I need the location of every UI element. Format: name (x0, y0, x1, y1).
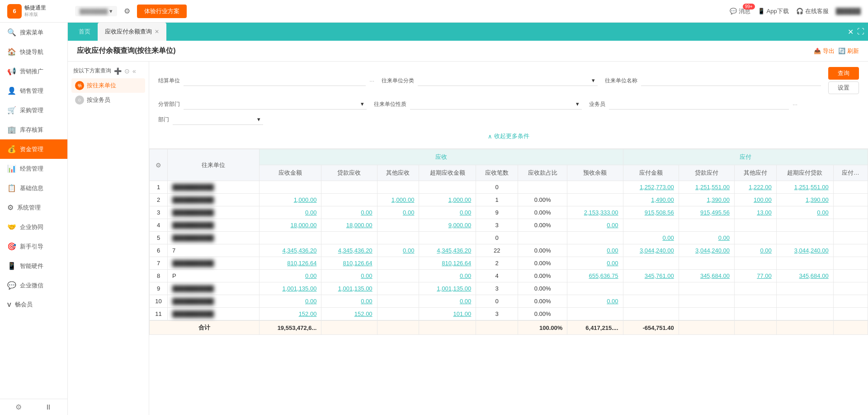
ap_loan-cell: 915,495.56 (679, 206, 734, 219)
online-service-btn[interactable]: 🎧 在线客服 (796, 7, 829, 15)
ap_amount-cell (623, 295, 679, 308)
ap_amount-cell (623, 308, 679, 321)
ar_overdue-cell (419, 181, 476, 194)
sidebar-settings-icon[interactable]: ⚙ (15, 403, 22, 411)
ap_loan-cell: 3,044,240.00 (679, 244, 734, 257)
tab-bar: 首页 应收应付余额查询 ✕ ✕ ⛶ (68, 23, 868, 41)
tab-home[interactable]: 首页 (71, 23, 98, 41)
tab-expand-icon[interactable]: ⛶ (857, 28, 864, 36)
partner-cell: ██████████ (168, 232, 259, 244)
sidebar-item-member[interactable]: V 畅会员 (0, 295, 67, 314)
sidebar-item-newbie[interactable]: 🎯 新手引导 (0, 237, 67, 256)
export-button[interactable]: 📤 导出 (814, 47, 835, 55)
message-btn[interactable]: 💬 消息 99+ (730, 7, 750, 15)
footer-ar-prepay: 6,417,215.... (567, 320, 623, 335)
ap_overdue-cell: 0.00 (776, 206, 833, 219)
system-icon: ⚙ (7, 203, 14, 212)
newbie-icon: 🎯 (7, 242, 16, 251)
th-receivable-group: 应收 (259, 149, 623, 165)
ar_loan-cell: 1,001,135.00 (321, 282, 377, 295)
sidebar-item-wechat[interactable]: 💬 企业微信 (0, 276, 67, 295)
sidebar-item-marketing[interactable]: 📢 营销推广 (0, 62, 67, 81)
salesman-input[interactable] (609, 99, 789, 110)
wechat-icon: 💬 (7, 281, 16, 290)
ar_other-cell (377, 270, 419, 282)
sidebar-item-purchase[interactable]: 🛒 采购管理 (0, 100, 67, 120)
ap_more-cell (833, 232, 868, 244)
sidebar-item-search-menu[interactable]: 🔍 搜索菜单 (0, 23, 67, 42)
tab-close-all-icon[interactable]: ✕ (848, 28, 854, 36)
ar_prepay-cell (567, 194, 623, 206)
user-name[interactable]: ██████ (836, 8, 861, 14)
refresh-button[interactable]: 🔄 刷新 (838, 47, 859, 55)
th-partner: 往来单位 (168, 149, 259, 181)
sidebar-item-corp[interactable]: 🤝 企业协同 (0, 217, 67, 237)
table-footer: 合计 19,553,472,6... 100.00% 6,417,215....… (150, 320, 868, 335)
table-row: 9██████████1,001,135.001,001,135.001,001… (150, 282, 868, 295)
settle-unit-more[interactable]: ··· (369, 77, 374, 84)
table-settings-icon[interactable]: ⚙ (156, 162, 161, 169)
ar_overdue-cell (419, 232, 476, 244)
page-title: 应收应付余额查询(按往来单位) (77, 46, 176, 56)
logo-area: 6 畅捷通里 标准版 (7, 4, 75, 19)
query-type-partner[interactable]: 畅 按往来单位 (71, 78, 145, 93)
ap_overdue-cell (776, 282, 833, 295)
dept-select[interactable]: ▾ (173, 114, 263, 125)
sidebar-item-inventory[interactable]: 🏢 库存核算 (0, 120, 67, 139)
ar_other-cell (377, 257, 419, 270)
ar_amount-cell: 0.00 (259, 270, 321, 282)
solution-button[interactable]: 体验行业方案 (137, 5, 187, 18)
filter-row-1: 结算单位 ··· 往来单位分类 ▾ (158, 67, 859, 94)
ap_other-cell (734, 308, 776, 321)
ap_other-cell: 13.00 (734, 206, 776, 219)
sidebar-item-operation[interactable]: 📊 经营管理 (0, 159, 67, 178)
tab-arquery[interactable]: 应收应付余额查询 ✕ (98, 23, 166, 41)
tab-close-icon[interactable]: ✕ (155, 29, 159, 35)
ar_pct-cell: 0.00% (518, 206, 567, 219)
query-button[interactable]: 查询 (828, 67, 859, 80)
add-query-icon[interactable]: ➕ (114, 67, 122, 75)
ar_overdue-cell: 0.00 (419, 270, 476, 282)
collapse-more-btn[interactable]: ∧ 收起更多条件 (158, 129, 859, 143)
ap_other-cell: 1,222.00 (734, 181, 776, 194)
query-type-salesman[interactable]: ⊙ 按业务员 (71, 93, 145, 107)
collapse-query-icon[interactable]: « (132, 67, 136, 75)
ar_other-cell (377, 308, 419, 321)
sidebar-item-quick-nav[interactable]: 🏠 快捷导航 (0, 42, 67, 62)
hardware-icon: 📱 (7, 262, 16, 270)
dept-manage-select[interactable]: ▾ (184, 99, 367, 110)
ap_overdue-cell (776, 295, 833, 308)
sidebar-item-basic[interactable]: 📋 基础信息 (0, 178, 67, 198)
ar_count-cell: 0 (476, 295, 518, 308)
sidebar-collapse-icon[interactable]: ⏸ (45, 403, 52, 411)
settle-unit-input[interactable] (184, 75, 366, 86)
company-selector[interactable]: ████████ ▾ (75, 6, 117, 16)
ar_amount-cell: 0.00 (259, 295, 321, 308)
ar_prepay-cell (567, 181, 623, 194)
partner-category-select[interactable]: ▾ (418, 75, 598, 86)
sidebar-item-finance[interactable]: 💰 资金管理 (0, 139, 67, 159)
topbar-right: 💬 消息 99+ 📱 App下载 🎧 在线客服 ██████ (730, 7, 861, 15)
ar_pct-cell: 0.00% (518, 308, 567, 321)
settings-btn[interactable]: ⚙ (121, 5, 133, 18)
ar_overdue-cell: 1,001,135.00 (419, 282, 476, 295)
footer-ap-amount: -654,751.40 (623, 320, 679, 335)
sidebar-item-system[interactable]: ⚙ 系统管理 (0, 198, 67, 217)
ar_amount-cell (259, 232, 321, 244)
ar_prepay-cell: 0.00 (567, 244, 623, 257)
partner-name-input[interactable] (641, 75, 821, 86)
ar_loan-cell (321, 181, 377, 194)
ap_other-cell (734, 232, 776, 244)
app-download-btn[interactable]: 📱 App下载 (758, 7, 789, 15)
setting-button[interactable]: 设置 (828, 81, 859, 94)
ap_other-cell: 77.00 (734, 270, 776, 282)
ap_overdue-cell (776, 232, 833, 244)
ar_pct-cell: 0.00% (518, 295, 567, 308)
table-row: 1██████████01,252,773.001,251,551.001,22… (150, 181, 868, 194)
sidebar-item-hardware[interactable]: 📱 智能硬件 (0, 256, 67, 276)
ar_prepay-cell: 655,636.75 (567, 270, 623, 282)
sidebar-item-sales[interactable]: 👤 销售管理 (0, 81, 67, 100)
partner-nature-select[interactable]: ▾ (410, 99, 582, 110)
edit-query-icon[interactable]: ⊙ (124, 67, 130, 75)
salesman-more[interactable]: ··· (793, 101, 797, 108)
